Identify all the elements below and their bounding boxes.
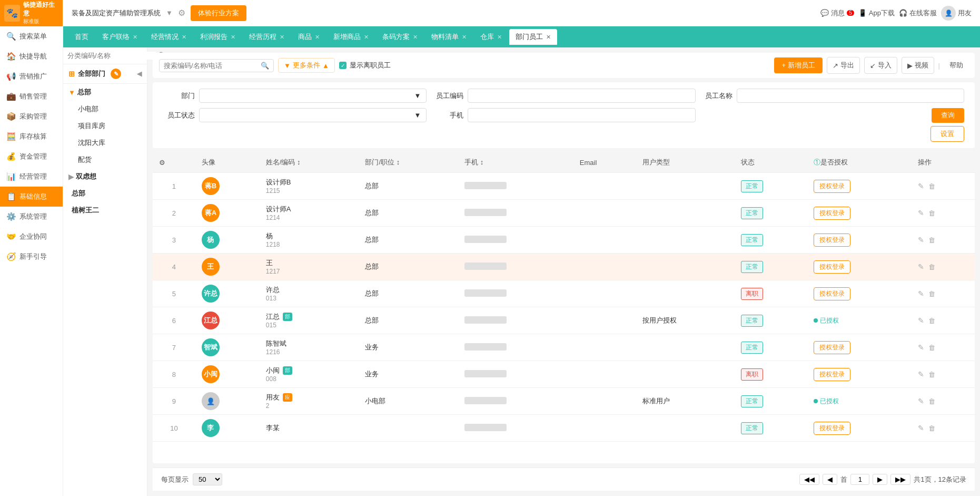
tree-item-small-elec[interactable]: 小电部 <box>63 101 147 118</box>
tab-barcode[interactable]: 条码方案 ✕ <box>376 29 424 45</box>
edit-icon[interactable]: ✎ <box>918 397 924 405</box>
first-page-btn[interactable]: ◀◀ <box>799 474 819 485</box>
set-btn[interactable]: 设置 <box>930 126 964 142</box>
tab-close-barcode[interactable]: ✕ <box>413 34 418 41</box>
sidebar-item-purchase[interactable]: 📦 采购管理 <box>0 106 63 127</box>
tree-item-double-thought[interactable]: ▶ 双虑想 <box>63 168 147 185</box>
export-btn[interactable]: ↗ 导出 <box>827 57 860 74</box>
tab-dept-staff[interactable]: 部门员工 ✕ <box>509 29 557 45</box>
page-number-input[interactable] <box>850 474 869 485</box>
search-input[interactable] <box>164 62 259 70</box>
delete-icon[interactable]: 🗑 <box>928 317 935 325</box>
tab-operations[interactable]: 经营情况 ✕ <box>145 29 193 45</box>
tree-item-delivery[interactable]: 配货 <box>63 151 147 168</box>
edit-icon[interactable]: ✎ <box>918 424 924 432</box>
tab-goods[interactable]: 商品 ✕ <box>292 29 326 45</box>
tab-close-profit[interactable]: ✕ <box>231 34 235 41</box>
settings-icon[interactable]: ⚙ <box>178 8 185 18</box>
search-icon[interactable]: 🔍 <box>261 62 269 70</box>
col-settings[interactable]: ⚙ <box>153 152 195 173</box>
sidebar-item-basic[interactable]: 📋 基础信息 <box>0 187 63 207</box>
more-filters-btn[interactable]: ▼ 更多条件 ▲ <box>278 58 335 73</box>
tab-close-materials[interactable]: ✕ <box>462 34 467 41</box>
emp-code-input[interactable] <box>468 89 695 103</box>
auth-btn[interactable]: 授权登录 <box>814 260 850 274</box>
help-btn[interactable]: 帮助 <box>944 57 968 73</box>
delete-icon[interactable]: 🗑 <box>928 371 935 378</box>
auth-btn[interactable]: 授权登录 <box>814 234 850 247</box>
edit-icon[interactable]: ✎ <box>918 343 924 352</box>
tree-item-hq[interactable]: 总部 <box>63 185 147 202</box>
edit-icon[interactable]: ✎ <box>918 182 924 190</box>
tab-warehouse[interactable]: 仓库 ✕ <box>474 29 508 45</box>
sidebar-item-system[interactable]: ⚙️ 系统管理 <box>0 207 63 227</box>
sidebar-item-search[interactable]: 🔍 搜索菜单 <box>0 26 63 46</box>
last-page-btn[interactable]: ▶▶ <box>890 474 910 485</box>
auth-btn[interactable]: 授权登录 <box>814 368 850 381</box>
user-action[interactable]: 👤 用友 <box>941 6 972 21</box>
sidebar-item-operations[interactable]: 📊 经营管理 <box>0 167 63 187</box>
auth-btn[interactable]: 授权登录 <box>814 207 850 220</box>
delete-icon[interactable]: 🗑 <box>928 290 935 298</box>
tab-materials[interactable]: 物料清单 ✕ <box>425 29 473 45</box>
tab-close-goods[interactable]: ✕ <box>315 34 320 41</box>
tree-search-input[interactable] <box>67 52 156 60</box>
auth-btn[interactable]: 授权登录 <box>814 180 850 193</box>
app-download-action[interactable]: 📱 App下载 <box>858 8 895 18</box>
next-page-btn[interactable]: ▶ <box>873 474 887 485</box>
tab-close-customer[interactable]: ✕ <box>133 34 137 41</box>
sidebar-item-shortcut[interactable]: 🏠 快捷导航 <box>0 46 63 66</box>
per-page-select[interactable]: 50 20 100 <box>193 473 222 485</box>
view-btn[interactable]: ▶ 视频 <box>902 57 934 74</box>
edit-icon[interactable]: ✎ <box>918 262 924 271</box>
sidebar-item-finance[interactable]: 💰 资金管理 <box>0 147 63 167</box>
tree-item-project[interactable]: 项目库房 <box>63 118 147 134</box>
edit-icon[interactable]: ✎ <box>918 289 924 298</box>
sidebar-item-collab[interactable]: 🤝 企业协同 <box>0 227 63 247</box>
online-service-action[interactable]: 🎧 在线客服 <box>899 8 937 18</box>
edit-icon[interactable]: ✎ <box>918 316 924 325</box>
delete-icon[interactable]: 🗑 <box>928 344 935 352</box>
delete-icon[interactable]: 🗑 <box>928 209 935 217</box>
tab-customer[interactable]: 客户联络 ✕ <box>96 29 144 45</box>
show-resigned-checkbox[interactable]: ✓ 显示离职员工 <box>339 61 391 70</box>
delete-icon[interactable]: 🗑 <box>928 236 935 244</box>
tab-history[interactable]: 经营历程 ✕ <box>243 29 291 45</box>
edit-icon[interactable]: ✎ <box>918 209 924 217</box>
sidebar-item-inventory[interactable]: 🧮 库存核算 <box>0 127 63 147</box>
add-employee-btn[interactable]: + 新增员工 <box>774 57 822 73</box>
tab-home[interactable]: 首页 <box>68 29 95 45</box>
tree-root-label[interactable]: 全部部门 <box>78 69 105 79</box>
auth-btn[interactable]: 授权登录 <box>814 422 850 435</box>
tab-new-goods[interactable]: 新增商品 ✕ <box>327 29 375 45</box>
delete-icon[interactable]: 🗑 <box>928 182 935 190</box>
collapse-tree-btn[interactable]: ◀ <box>137 70 142 77</box>
delete-icon[interactable]: 🗑 <box>928 397 935 405</box>
tab-close-dept-staff[interactable]: ✕ <box>546 34 551 41</box>
prev-page-btn[interactable]: ◀ <box>823 474 837 485</box>
import-btn[interactable]: ↙ 导入 <box>864 57 897 74</box>
col-name[interactable]: 姓名/编码 ↕ <box>260 152 359 173</box>
tree-item-general[interactable]: ▼ 总部 <box>63 84 147 101</box>
delete-icon[interactable]: 🗑 <box>928 263 935 271</box>
query-btn[interactable]: 查询 <box>932 108 964 123</box>
sidebar-item-guide[interactable]: 🧭 新手引导 <box>0 247 63 267</box>
auth-btn[interactable]: 授权登录 <box>814 287 850 300</box>
tab-profit[interactable]: 利润报告 ✕ <box>194 29 242 45</box>
tree-item-planting[interactable]: 植树王二 <box>63 202 147 219</box>
col-phone[interactable]: 手机 ↕ <box>458 152 573 173</box>
sidebar-item-sales[interactable]: 💼 销售管理 <box>0 86 63 106</box>
tab-close-history[interactable]: ✕ <box>280 34 284 41</box>
tab-close-new-goods[interactable]: ✕ <box>364 34 369 41</box>
auth-btn[interactable]: 授权登录 <box>814 341 850 354</box>
edit-icon[interactable]: ✎ <box>918 370 924 378</box>
experience-btn[interactable]: 体验行业方案 <box>191 5 246 21</box>
dept-select[interactable]: ▼ <box>199 89 427 103</box>
emp-name-input[interactable] <box>737 89 964 103</box>
phone-input[interactable] <box>468 108 695 122</box>
tree-item-shenyang[interactable]: 沈阳大库 <box>63 134 147 151</box>
messages-action[interactable]: 💬 消息 5 <box>820 8 854 18</box>
emp-status-select[interactable]: ▼ <box>199 108 427 122</box>
tab-close-operations[interactable]: ✕ <box>182 34 186 41</box>
tab-close-warehouse[interactable]: ✕ <box>497 34 502 41</box>
